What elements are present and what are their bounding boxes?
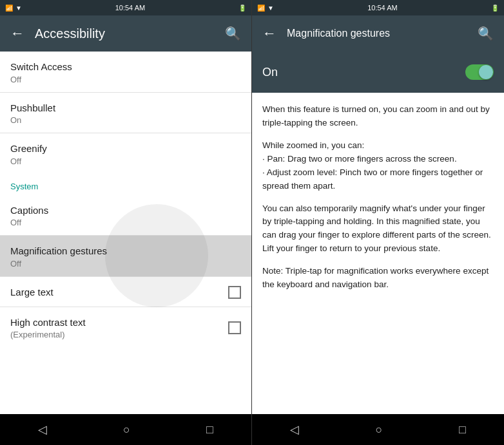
description-p1: When this feature is turned on, you can … — [262, 103, 494, 130]
right-status-right: 🔋 — [491, 5, 499, 12]
greenify-title: Greenify — [10, 142, 241, 155]
right-nav-recents[interactable]: □ — [459, 423, 466, 437]
description-p3: You can also temporarily magnify what's … — [262, 202, 494, 256]
magnification-title: Magnification gestures — [10, 245, 241, 258]
left-back-button[interactable]: ← — [10, 26, 24, 41]
right-toolbar-title: Magnification gestures — [287, 28, 467, 39]
pushbullet-subtitle: On — [10, 115, 241, 125]
left-toolbar-title: Accessibility — [35, 26, 215, 41]
list-item-greenify[interactable]: Greenify Off — [0, 133, 251, 174]
left-nav-bar: ◁ ○ □ — [0, 414, 251, 445]
right-back-button[interactable]: ← — [262, 26, 276, 41]
pushbullet-title: Pushbullet — [10, 102, 241, 115]
right-toolbar: ← Magnification gestures 🔍 — [252, 15, 504, 52]
toggle-label: On — [262, 66, 278, 79]
right-battery-icon: 🔋 — [491, 5, 499, 12]
right-signal-icon: 📶 — [257, 5, 265, 12]
left-nav-home[interactable]: ○ — [123, 423, 130, 437]
right-nav-bar: ◁ ○ □ — [252, 414, 504, 445]
left-nav-back[interactable]: ◁ — [38, 422, 47, 437]
list-item-magnification-gestures[interactable]: Magnification gestures Off — [0, 236, 251, 276]
left-panel: 📶 ▼ 10:54 AM 🔋 ← Accessibility 🔍 Switch … — [0, 0, 252, 445]
signal-icon: 📶 — [5, 5, 13, 12]
description-p2: While zoomed in, you can: · Pan: Drag tw… — [262, 139, 494, 193]
left-status-icons: 📶 ▼ — [5, 5, 22, 12]
description-area: When this feature is turned on, you can … — [252, 93, 504, 414]
toggle-knob — [479, 65, 493, 79]
toggle-switch[interactable] — [465, 64, 494, 80]
right-panel: 📶 ▼ 10:54 AM 🔋 ← Magnification gestures … — [252, 0, 504, 445]
left-status-time: 10:54 AM — [115, 4, 145, 12]
battery-icon: 🔋 — [238, 5, 246, 12]
high-contrast-checkbox[interactable] — [228, 321, 241, 334]
switch-access-title: Switch Access — [10, 61, 241, 73]
high-contrast-title: High contrast text — [10, 316, 86, 329]
left-status-right: 🔋 — [238, 5, 246, 12]
list-item-large-text[interactable]: Large text — [0, 277, 251, 307]
high-contrast-subtitle: (Experimental) — [10, 330, 86, 339]
left-search-button[interactable]: 🔍 — [225, 26, 241, 41]
magnification-subtitle: Off — [10, 259, 241, 269]
switch-access-subtitle: Off — [10, 75, 241, 84]
right-nav-back[interactable]: ◁ — [290, 422, 299, 437]
large-text-checkbox[interactable] — [228, 286, 241, 299]
right-wifi-icon: ▼ — [267, 5, 274, 12]
toggle-row: On — [252, 52, 504, 93]
right-status-bar: 📶 ▼ 10:54 AM 🔋 — [252, 0, 504, 15]
left-nav-recents[interactable]: □ — [206, 423, 213, 437]
left-status-bar: 📶 ▼ 10:54 AM 🔋 — [0, 0, 251, 15]
right-status-icons: 📶 ▼ — [257, 5, 274, 12]
list-item-pushbullet[interactable]: Pushbullet On — [0, 93, 251, 133]
wifi-icon: ▼ — [15, 5, 22, 12]
left-toolbar: ← Accessibility 🔍 — [0, 15, 251, 52]
list-item-high-contrast-text[interactable]: High contrast text (Experimental) — [0, 307, 251, 348]
description-p4: Note: Triple-tap for magnification works… — [262, 265, 494, 292]
system-section-header: System — [0, 174, 251, 195]
right-search-button[interactable]: 🔍 — [478, 26, 494, 41]
right-status-time: 10:54 AM — [367, 4, 397, 12]
greenify-subtitle: Off — [10, 156, 241, 166]
large-text-title: Large text — [10, 286, 53, 299]
right-nav-home[interactable]: ○ — [376, 423, 383, 437]
list-item-switch-access[interactable]: Switch Access Off — [0, 52, 251, 92]
